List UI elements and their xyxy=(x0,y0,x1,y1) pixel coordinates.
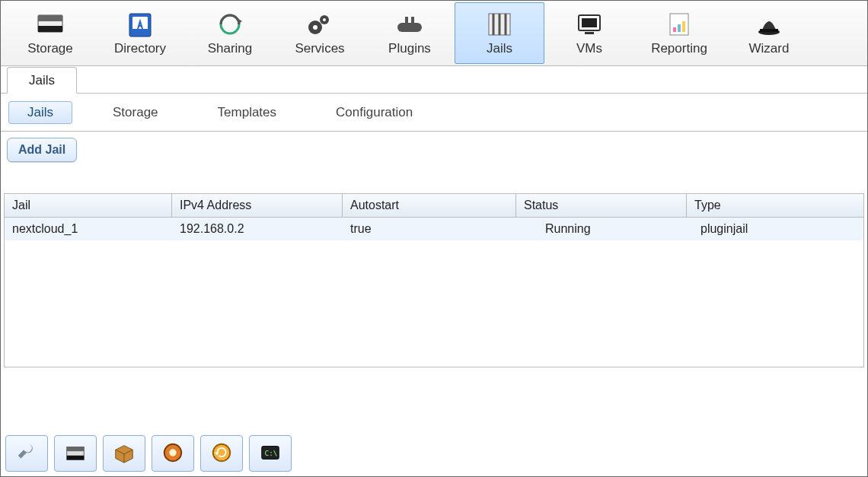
jails-icon xyxy=(484,11,515,38)
terminal-icon: C:\ xyxy=(259,441,282,466)
jail-upload-button[interactable] xyxy=(103,435,145,472)
sub-tab-configuration[interactable]: Configuration xyxy=(317,101,432,124)
toolbar-item-directory[interactable]: Directory xyxy=(95,1,185,65)
sub-tab-templates[interactable]: Templates xyxy=(199,101,295,124)
svg-point-10 xyxy=(323,18,326,21)
toolbar-label: Directory xyxy=(114,41,166,56)
folder-icon xyxy=(64,441,87,466)
sub-tab-bar: Jails Storage Templates Configuration xyxy=(1,94,867,132)
row-action-toolbar: C:\ xyxy=(5,435,292,472)
window-tab-jails[interactable]: Jails xyxy=(7,67,77,94)
jail-restart-button[interactable] xyxy=(200,435,243,472)
table-row[interactable]: nextcloud_1 192.168.0.2 true Running plu… xyxy=(5,218,863,240)
power-orange-icon xyxy=(161,441,184,466)
toolbar-item-sharing[interactable]: Sharing xyxy=(185,1,275,65)
sharing-icon xyxy=(215,11,245,38)
col-status[interactable]: Status xyxy=(516,194,687,217)
svg-point-9 xyxy=(313,25,318,30)
toolbar-label: Sharing xyxy=(208,41,253,56)
toolbar-label: Wizard xyxy=(749,41,790,56)
table-body: nextcloud_1 192.168.0.2 true Running plu… xyxy=(5,218,863,367)
svg-rect-25 xyxy=(760,29,778,32)
svg-rect-22 xyxy=(678,24,681,32)
window-tab-label: Jails xyxy=(29,73,55,87)
reporting-icon xyxy=(664,11,694,38)
jail-start-button[interactable] xyxy=(152,435,194,472)
jail-storage-button[interactable] xyxy=(54,435,97,472)
sub-tab-storage[interactable]: Storage xyxy=(94,101,177,124)
svg-rect-19 xyxy=(585,32,594,34)
toolbar-label: VMs xyxy=(576,41,602,56)
col-autostart[interactable]: Autostart xyxy=(343,194,516,217)
col-ipv4[interactable]: IPv4 Address xyxy=(172,194,343,217)
refresh-icon xyxy=(210,441,233,466)
col-type[interactable]: Type xyxy=(687,194,863,217)
toolbar-item-services[interactable]: Services xyxy=(275,1,365,65)
toolbar-label: Plugins xyxy=(388,41,431,56)
cell-jail: nextcloud_1 xyxy=(5,218,172,240)
svg-rect-1 xyxy=(38,15,62,21)
cell-autostart: true xyxy=(343,218,516,240)
sub-tab-label: Jails xyxy=(27,105,53,119)
services-icon xyxy=(305,11,335,38)
wizard-icon xyxy=(754,11,784,38)
directory-icon xyxy=(125,11,155,38)
toolbar-item-jails[interactable]: Jails xyxy=(455,2,544,64)
cell-type: pluginjail xyxy=(687,218,863,240)
svg-rect-12 xyxy=(411,17,414,23)
svg-rect-23 xyxy=(682,21,685,32)
toolbar-label: Storage xyxy=(27,41,73,56)
plugins-icon xyxy=(394,11,425,38)
svg-rect-28 xyxy=(67,455,85,460)
sub-tab-jails[interactable]: Jails xyxy=(8,101,72,124)
sub-tab-label: Templates xyxy=(218,105,276,119)
action-bar: Add Jail xyxy=(1,132,867,193)
sub-tab-label: Configuration xyxy=(336,105,413,119)
svg-rect-21 xyxy=(673,27,676,32)
svg-point-30 xyxy=(169,449,176,456)
svg-rect-2 xyxy=(38,26,62,32)
toolbar-item-wizard[interactable]: Wizard xyxy=(724,1,814,65)
window-tab-bar: Jails xyxy=(1,66,867,94)
main-toolbar: Storage Directory Sharing Services Plugi… xyxy=(1,1,867,66)
col-jail[interactable]: Jail xyxy=(5,194,172,217)
vms-icon xyxy=(574,11,605,38)
svg-text:C:\: C:\ xyxy=(265,448,278,456)
toolbar-item-reporting[interactable]: Reporting xyxy=(634,1,724,65)
jails-table: Jail IPv4 Address Autostart Status Type … xyxy=(4,193,864,367)
box-icon xyxy=(113,441,136,466)
toolbar-label: Services xyxy=(295,41,344,56)
svg-rect-18 xyxy=(582,18,597,27)
storage-icon xyxy=(35,11,65,38)
svg-rect-27 xyxy=(67,447,85,451)
jail-shell-button[interactable]: C:\ xyxy=(249,435,292,472)
wrench-icon xyxy=(15,441,38,466)
toolbar-label: Jails xyxy=(487,41,512,56)
sub-tab-label: Storage xyxy=(113,105,158,119)
toolbar-label: Reporting xyxy=(651,41,707,56)
toolbar-item-storage[interactable]: Storage xyxy=(5,1,95,65)
toolbar-item-plugins[interactable]: Plugins xyxy=(365,1,455,65)
edit-jail-button[interactable] xyxy=(5,435,48,472)
cell-status: Running xyxy=(516,218,687,240)
svg-rect-11 xyxy=(405,17,408,23)
cell-ipv4: 192.168.0.2 xyxy=(172,218,343,240)
add-jail-button[interactable]: Add Jail xyxy=(7,138,77,162)
table-header-row: Jail IPv4 Address Autostart Status Type xyxy=(5,194,863,218)
toolbar-item-vms[interactable]: VMs xyxy=(544,1,634,65)
